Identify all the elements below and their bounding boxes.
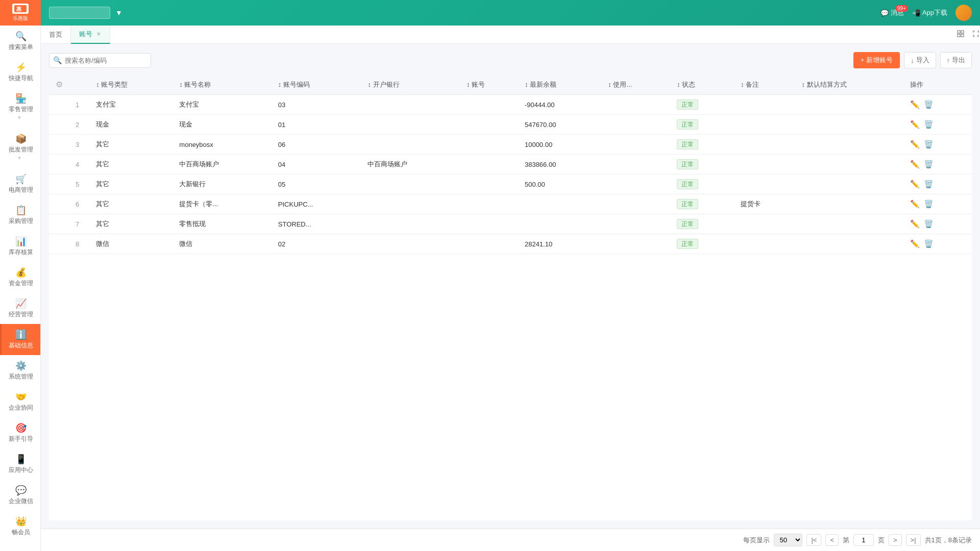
row-remark: [734, 174, 795, 194]
usage-col-header[interactable]: ↕ 使用...: [602, 74, 671, 95]
edit-button[interactable]: ✏️: [910, 100, 920, 109]
svg-text:惠: 惠: [16, 6, 22, 12]
remark-col-header[interactable]: ↕ 备注: [734, 74, 795, 95]
finance-icon: 💰: [15, 267, 27, 278]
row-actions: ✏️ 🗑️: [904, 135, 972, 155]
num-col-header: [69, 74, 90, 95]
page-number-input[interactable]: [853, 534, 874, 546]
gear-icon[interactable]: ⚙: [56, 80, 63, 89]
search-input[interactable]: [49, 53, 151, 68]
delete-button[interactable]: 🗑️: [924, 160, 934, 169]
settlement-col-header[interactable]: ↕ 默认结算方式: [796, 74, 904, 95]
delete-button[interactable]: 🗑️: [924, 199, 934, 209]
page-last-button[interactable]: >|: [906, 534, 921, 546]
row-account: [460, 135, 519, 155]
sidebar: 惠 乐惠版 🔍 搜索菜单 ⚡ 快捷导航 🏪 零售管理 ▼ 📦 批发管理 ▼ 🛒 …: [0, 0, 41, 551]
row-name: 支付宝: [173, 95, 272, 115]
table-row: 2 现金 现金 01 547670.00 正常 ✏️ 🗑️: [49, 115, 972, 135]
edit-button[interactable]: ✏️: [910, 199, 920, 209]
delete-button[interactable]: 🗑️: [924, 219, 934, 229]
table-row: 7 其它 零售抵现 STORED... 正常 ✏️ 🗑️: [49, 214, 972, 234]
sidebar-item-agreement[interactable]: 🤝 企业协同: [0, 386, 40, 417]
page-first-button[interactable]: |<: [806, 534, 821, 546]
sidebar-item-label: 基础信息: [9, 341, 33, 350]
row-account: [460, 234, 519, 254]
sidebar-item-finance[interactable]: 💰 资金管理: [0, 262, 40, 293]
sidebar-item-label: 畅会员: [12, 528, 30, 537]
row-actions: ✏️ 🗑️: [904, 155, 972, 174]
top-search-input[interactable]: [49, 7, 110, 19]
edit-button[interactable]: ✏️: [910, 120, 920, 129]
row-usage: [602, 214, 671, 234]
page-next-button[interactable]: >: [889, 534, 902, 546]
edit-button[interactable]: ✏️: [910, 239, 920, 248]
message-button[interactable]: 💬 消息 99+: [880, 8, 904, 17]
sidebar-item-inventory[interactable]: 📊 库存核算: [0, 231, 40, 262]
row-status: 正常: [671, 194, 734, 214]
sidebar-item-wechat[interactable]: 💬 企业微信: [0, 480, 40, 511]
sidebar-item-system[interactable]: ⚙️ 系统管理: [0, 355, 40, 386]
row-status: 正常: [671, 95, 734, 115]
sidebar-item-member[interactable]: 👑 畅会员: [0, 511, 40, 542]
edit-button[interactable]: ✏️: [910, 160, 920, 169]
tab-close-icon[interactable]: ✕: [95, 30, 102, 38]
sidebar-item-quick[interactable]: ⚡ 快捷导航: [0, 57, 40, 88]
tab-account[interactable]: 账号 ✕: [71, 26, 110, 44]
sidebar-item-retail[interactable]: 🏪 零售管理 ▼: [0, 88, 40, 128]
add-account-button[interactable]: + 新增账号: [853, 52, 900, 68]
row-bank: [361, 95, 460, 115]
avatar[interactable]: [955, 5, 972, 21]
settings-col-header[interactable]: ⚙: [49, 74, 69, 95]
row-settlement: [796, 214, 904, 234]
header-left: ▼: [49, 7, 122, 19]
row-name: moneybosx: [173, 135, 272, 155]
row-balance: 28241.10: [519, 234, 602, 254]
status-badge: 正常: [677, 219, 698, 229]
row-settings: [49, 95, 69, 115]
export-button[interactable]: ↑ 导出: [940, 52, 972, 68]
app-download-button[interactable]: 📲 App下载: [912, 8, 947, 17]
sidebar-item-guide[interactable]: 🎯 新手引导: [0, 417, 40, 448]
row-status: 正常: [671, 115, 734, 135]
import-button[interactable]: ↓ 导入: [904, 52, 936, 68]
tab-expand-icon[interactable]: [951, 30, 970, 39]
delete-button[interactable]: 🗑️: [924, 100, 934, 109]
name-col-header[interactable]: ↕ 账号名称: [173, 74, 272, 95]
wechat-icon: 💬: [15, 485, 27, 496]
row-num: 2: [69, 115, 90, 135]
sidebar-item-label: 库存核算: [9, 248, 33, 257]
sidebar-item-ecommerce[interactable]: 🛒 电商管理: [0, 168, 40, 199]
sidebar-item-basic[interactable]: ℹ️ 基础信息: [0, 324, 40, 355]
sidebar-item-purchase[interactable]: 📋 采购管理: [0, 199, 40, 231]
code-col-header[interactable]: ↕ 账号编码: [272, 74, 362, 95]
row-code: 03: [272, 95, 362, 115]
top-search-icon[interactable]: ▼: [115, 9, 122, 17]
import-label: 导入: [916, 56, 929, 65]
row-bank: [361, 135, 460, 155]
sidebar-item-search[interactable]: 🔍 搜索菜单: [0, 26, 40, 57]
tab-fullscreen-icon[interactable]: [972, 30, 980, 39]
sidebar-item-appcenter[interactable]: 📱 应用中心: [0, 448, 40, 480]
edit-button[interactable]: ✏️: [910, 180, 920, 189]
sidebar-item-label: 应用中心: [9, 466, 33, 474]
type-col-header[interactable]: ↕ 账号类型: [90, 74, 173, 95]
delete-button[interactable]: 🗑️: [924, 239, 934, 248]
edit-button[interactable]: ✏️: [910, 219, 920, 229]
page-size-select[interactable]: 50 100 200: [774, 534, 802, 546]
tab-home[interactable]: 首页: [41, 26, 71, 44]
delete-button[interactable]: 🗑️: [924, 140, 934, 149]
balance-col-header[interactable]: ↕ 最新余额: [519, 74, 602, 95]
table-row: 3 其它 moneybosx 06 10000.00 正常 ✏️ 🗑️: [49, 135, 972, 155]
sidebar-item-wholesale[interactable]: 📦 批发管理 ▼: [0, 128, 40, 168]
status-col-header[interactable]: ↕ 状态: [671, 74, 734, 95]
sidebar-item-operations[interactable]: 📈 经营管理: [0, 293, 40, 324]
row-bank: [361, 115, 460, 135]
delete-button[interactable]: 🗑️: [924, 180, 934, 189]
delete-button[interactable]: 🗑️: [924, 120, 934, 129]
row-account: [460, 115, 519, 135]
logo-icon: 惠: [12, 4, 29, 14]
page-prev-button[interactable]: <: [825, 534, 839, 546]
edit-button[interactable]: ✏️: [910, 140, 920, 149]
account-col-header[interactable]: ↕ 账号: [460, 74, 519, 95]
bank-col-header[interactable]: ↕ 开户银行: [361, 74, 460, 95]
